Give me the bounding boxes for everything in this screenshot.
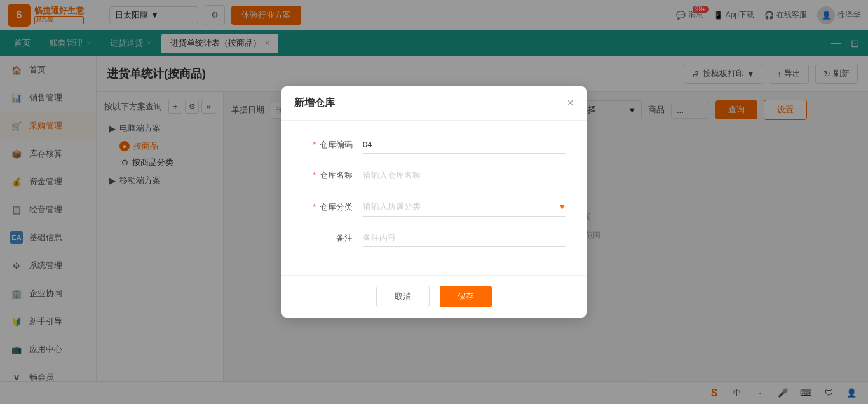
category-select-placeholder: 请输入所属分类 [363, 201, 421, 212]
dialog-title: 新增仓库 [294, 97, 335, 110]
dialog-body: * 仓库编码 * 仓库名称 * 仓库分类 请输入所属 [281, 121, 587, 275]
dialog-header: 新增仓库 × [281, 86, 587, 121]
name-label: * 仓库名称 [302, 170, 353, 181]
dialog-close-icon[interactable]: × [567, 97, 574, 110]
warehouse-category-select[interactable]: 请输入所属分类 ▼ [363, 197, 566, 217]
warehouse-note-row: 备注 [302, 229, 566, 247]
category-select-arrow-icon: ▼ [558, 202, 566, 212]
required-mark-1: * [313, 140, 316, 149]
required-mark-3: * [313, 202, 316, 212]
warehouse-name-row: * 仓库名称 [302, 166, 566, 184]
warehouse-name-input[interactable] [363, 166, 566, 184]
save-button[interactable]: 保存 [440, 286, 492, 307]
warehouse-category-row: * 仓库分类 请输入所属分类 ▼ [302, 197, 566, 217]
warehouse-note-input[interactable] [363, 229, 566, 247]
dialog-overlay: 新增仓库 × * 仓库编码 * 仓库名称 [0, 0, 868, 404]
required-mark-2: * [313, 170, 316, 180]
warehouse-code-input[interactable] [363, 136, 566, 154]
add-warehouse-dialog: 新增仓库 × * 仓库编码 * 仓库名称 [281, 86, 587, 318]
warehouse-code-row: * 仓库编码 [302, 136, 566, 154]
code-label: * 仓库编码 [302, 139, 353, 151]
category-label: * 仓库分类 [302, 201, 353, 213]
dialog-footer: 取消 保存 [281, 275, 587, 318]
cancel-button[interactable]: 取消 [376, 286, 430, 307]
note-label: 备注 [302, 232, 353, 244]
